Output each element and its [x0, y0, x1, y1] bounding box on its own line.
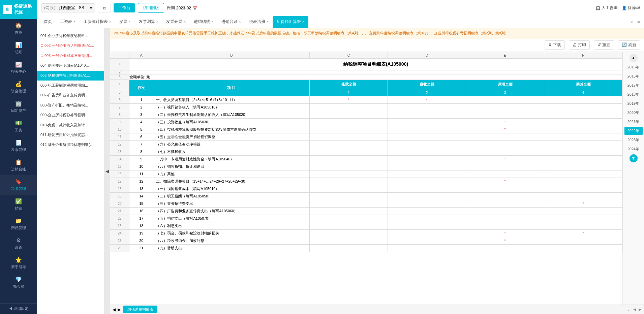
- tab-5[interactable]: 发票开票×: [162, 16, 190, 28]
- scroll-left-icon[interactable]: ◀: [633, 307, 636, 312]
- year-btn-2021年[interactable]: 2021年: [624, 118, 643, 126]
- f-cell[interactable]: [544, 178, 622, 185]
- label-cell[interactable]: （七）罚金、罚款和被没收财物的损失: [153, 229, 310, 237]
- f-cell[interactable]: [544, 111, 622, 118]
- f-cell[interactable]: [544, 237, 622, 244]
- refresh-button[interactable]: 🔄 刷新: [618, 40, 640, 50]
- e-cell[interactable]: *: [466, 155, 544, 163]
- form-list-item-001[interactable]: 001-企业所得税年度纳税申...: [37, 31, 104, 41]
- e-cell[interactable]: [466, 207, 544, 215]
- e-cell[interactable]: [466, 170, 544, 178]
- d-cell[interactable]: [388, 170, 466, 178]
- sidebar-item-archive[interactable]: 📁归档管理: [0, 214, 37, 234]
- form-list-item-012[interactable]: 012-减免企业所得税优惠明细(…: [37, 140, 104, 150]
- form-list-item-005[interactable]: 005-纳税调整项目明细表(A1...: [37, 71, 104, 81]
- worktable-button[interactable]: 工作台: [114, 3, 135, 12]
- d-cell[interactable]: [388, 126, 466, 133]
- sidebar-item-member[interactable]: 💎畅会员: [0, 273, 37, 292]
- d-cell[interactable]: [388, 192, 466, 200]
- f-cell[interactable]: [544, 222, 622, 229]
- user-avatar[interactable]: 👤 徐泽华: [622, 5, 640, 11]
- e-cell[interactable]: *: [466, 237, 544, 244]
- f-cell[interactable]: [544, 244, 622, 252]
- f-cell[interactable]: [544, 163, 622, 170]
- e-cell[interactable]: [466, 111, 544, 118]
- close-all-tabs-button[interactable]: ×: [627, 19, 636, 25]
- f-cell[interactable]: [544, 96, 622, 103]
- c-cell[interactable]: [310, 222, 388, 229]
- sidebar-item-report[interactable]: 📈报表中心: [0, 58, 37, 77]
- label-cell[interactable]: 一、收入类调整项目（2+3+4+5+6+7+8+10+11）: [153, 96, 310, 103]
- e-cell[interactable]: [466, 133, 544, 140]
- d-cell[interactable]: [388, 163, 466, 170]
- label-cell[interactable]: （四）按税法核算长期股权投资对初始投资成本调整确认收益: [153, 126, 310, 133]
- c-cell[interactable]: [310, 215, 388, 222]
- tab-4[interactable]: 发票测算×: [135, 16, 162, 28]
- c-cell[interactable]: [310, 163, 388, 170]
- f-cell[interactable]: *: [544, 229, 622, 237]
- d-cell[interactable]: [388, 244, 466, 252]
- year-btn-2024年[interactable]: 2024年: [624, 145, 643, 153]
- label-cell[interactable]: （一）视同销售成本（填写A105010）: [153, 185, 310, 192]
- sidebar-item-inbound[interactable]: 📋进销台账: [0, 156, 37, 175]
- c-cell[interactable]: [310, 155, 388, 163]
- label-cell[interactable]: （六）公允价值变动净损益: [153, 140, 310, 148]
- e-cell[interactable]: [466, 163, 544, 170]
- c-cell[interactable]: [310, 200, 388, 207]
- f-cell[interactable]: [544, 126, 622, 133]
- d-cell[interactable]: [388, 185, 466, 192]
- label-cell[interactable]: （八）税收滞纳金、加收利息: [153, 237, 310, 244]
- label-cell[interactable]: （五）捐赠支出（填写A105070）: [153, 215, 310, 222]
- f-cell[interactable]: [544, 118, 622, 126]
- d-cell[interactable]: [388, 148, 466, 155]
- year-btn-2017年[interactable]: 2017年: [624, 81, 643, 90]
- f-cell[interactable]: [544, 192, 622, 200]
- e-cell[interactable]: [466, 215, 544, 222]
- previous-sheet-icon[interactable]: ◀: [113, 307, 116, 312]
- sidebar-item-tax[interactable]: 🔖税务管理: [0, 175, 37, 195]
- tab-9[interactable]: 所得税汇算缴×: [273, 16, 308, 28]
- f-cell[interactable]: [544, 103, 622, 111]
- c-cell[interactable]: [310, 126, 388, 133]
- d-cell[interactable]: [388, 229, 466, 237]
- d-cell[interactable]: [388, 207, 466, 215]
- f-cell[interactable]: [544, 155, 622, 163]
- year-btn-2016年[interactable]: 2016年: [624, 72, 643, 81]
- e-cell[interactable]: *: [466, 229, 544, 237]
- sidebar-bottom[interactable]: ◀ 取消固定: [0, 303, 37, 314]
- label-cell[interactable]: 二、扣除类调整项目（13+14+…24+26+27+28+29+30）: [153, 178, 310, 185]
- next-sheet-icon[interactable]: ▶: [118, 307, 121, 312]
- table-container[interactable]: A B C D E F 1 纳税调整项目明细表(A105000): [110, 52, 622, 305]
- collapse-panel-button[interactable]: ◀: [104, 28, 110, 314]
- tab-0[interactable]: 首页: [40, 16, 56, 28]
- label-cell[interactable]: （九）赞助支出: [153, 244, 310, 252]
- c-cell[interactable]: [310, 207, 388, 215]
- f-cell[interactable]: [544, 185, 622, 192]
- label-cell[interactable]: （九）其他: [153, 170, 310, 178]
- form-list-item-009[interactable]: 009-企业所得税弥补亏损明...: [37, 110, 104, 120]
- sidebar-item-home[interactable]: 🏠首页: [0, 19, 37, 38]
- f-cell[interactable]: [544, 207, 622, 215]
- form-list-item-008[interactable]: 008-资产折旧、摊销及纳税...: [37, 100, 104, 110]
- e-cell[interactable]: [466, 185, 544, 192]
- d-cell[interactable]: [388, 111, 466, 118]
- sidebar-item-finance[interactable]: 💰资金管理: [0, 77, 37, 97]
- e-cell[interactable]: [466, 140, 544, 148]
- c-cell[interactable]: [310, 170, 388, 178]
- sheet-tab[interactable]: 纳税调整明细表: [123, 306, 157, 313]
- c-cell[interactable]: [310, 244, 388, 252]
- e-cell[interactable]: [466, 96, 544, 103]
- year-prev-button[interactable]: ▲: [630, 54, 638, 62]
- e-cell[interactable]: [466, 103, 544, 111]
- c-cell[interactable]: [310, 111, 388, 118]
- print-button[interactable]: 🖨 打印: [569, 40, 590, 50]
- e-cell[interactable]: [466, 222, 544, 229]
- sidebar-item-guide[interactable]: 🌟新手引导: [0, 253, 37, 273]
- f-cell[interactable]: [544, 140, 622, 148]
- year-next-button[interactable]: ▼: [630, 154, 638, 162]
- switch-button[interactable]: 切到旧版: [138, 3, 164, 13]
- label-cell[interactable]: （七）不征税收入: [153, 148, 310, 155]
- label-cell[interactable]: （二）未按权责发生制原则确认的收入（填写A105020）: [153, 111, 310, 118]
- tab-close-icon[interactable]: ×: [302, 20, 304, 24]
- year-btn-2020年[interactable]: 2020年: [624, 108, 643, 117]
